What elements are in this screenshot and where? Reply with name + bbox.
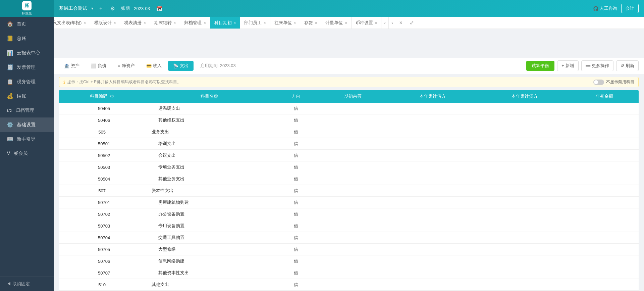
cell-name: 资本性支出 — [145, 185, 273, 197]
add-button[interactable]: + 新增 — [557, 60, 578, 71]
cat-liability[interactable]: ⬜ 负债 — [86, 61, 111, 71]
tab-period-end-close[interactable]: × — [174, 21, 176, 25]
cell-init-balance — [319, 244, 387, 255]
archive-icon: 🗂 — [7, 107, 12, 113]
tab-nav-right[interactable]: › — [389, 17, 396, 29]
col-code: 科目编码 ⚙ — [59, 90, 145, 103]
sidebar-item-archive[interactable]: 🗂 归档管理 — [0, 103, 54, 117]
add-tab-button[interactable]: + — [97, 4, 104, 13]
company-dropdown-icon[interactable]: ▾ — [91, 6, 93, 11]
table-row[interactable]: 50703专用设备购置借 — [59, 220, 639, 232]
calendar-icon[interactable]: 📅 — [154, 4, 165, 13]
sidebar-item-reports[interactable]: 📊 云报表中心 — [0, 46, 54, 60]
sidebar: 🏠 首页 📒 总账 📊 云报表中心 🧾 发票管理 📋 税务管理 💰 结账 🗂 归… — [0, 17, 54, 291]
tab-currency-close[interactable]: × — [375, 21, 377, 25]
settings-icon[interactable]: ⚙ — [108, 4, 117, 13]
tab-currency[interactable]: 币种设置 × — [352, 17, 381, 29]
tab-units[interactable]: 计量单位 × — [321, 17, 351, 29]
table-row[interactable]: 50705大型修缮借 — [59, 244, 639, 255]
balance-button[interactable]: 试算平衡 — [526, 61, 554, 71]
table-row[interactable]: 50504其他业务支出借 — [59, 173, 639, 185]
income-icon: 💳 — [146, 63, 152, 68]
cat-asset[interactable]: 🏦 资产 — [59, 61, 85, 71]
cell-name: 信息网络购建 — [145, 255, 273, 267]
table-row[interactable]: 50406其他维权支出借 — [59, 114, 639, 126]
cell-init-balance — [319, 267, 387, 279]
tab-template-close[interactable]: × — [114, 21, 116, 25]
period-value: 2023-03 — [134, 6, 150, 11]
tab-template[interactable]: 模版设计 × — [90, 17, 120, 29]
table-row[interactable]: 50706信息网络购建借 — [59, 255, 639, 267]
tab-inventory-close[interactable]: × — [315, 21, 317, 25]
sidebar-collapse[interactable]: ◀ 取消固定 — [0, 277, 54, 291]
sidebar-item-home-label: 首页 — [17, 21, 26, 27]
tab-inventory[interactable]: 存货 × — [300, 17, 321, 29]
sidebar-item-home[interactable]: 🏠 首页 — [0, 17, 54, 31]
table-row[interactable]: 50405运温暖支出借 — [59, 103, 639, 114]
table-row[interactable]: 510其他支出借 — [59, 279, 639, 291]
sidebar-item-settle[interactable]: 💰 结账 — [0, 89, 54, 103]
cell-init-balance — [319, 208, 387, 220]
tab-annual-close[interactable]: × — [84, 21, 86, 25]
sidebar-item-invoice-label: 发票管理 — [17, 64, 36, 70]
table-row[interactable]: 50702办公设备购置借 — [59, 208, 639, 220]
sidebar-item-settings[interactable]: ⚙️ 基础设置 — [0, 117, 54, 132]
settings-nav-icon: ⚙️ — [7, 122, 13, 128]
table-row[interactable]: 50501培训支出借 — [59, 138, 639, 150]
hint-text: 提示：按Ctrl + F键并输入科目编码或者科目名称可以查找科目。 — [67, 79, 181, 85]
cell-ytd-debit — [387, 138, 478, 150]
cell-ytd-debit — [387, 208, 478, 220]
tab-subject-init-close[interactable]: × — [234, 21, 236, 25]
tab-tax-list-label: 税表清册 — [124, 20, 142, 26]
cat-expense[interactable]: 📡 支出 — [168, 61, 194, 71]
more-button[interactable]: ≡≡ 更多操作 — [581, 60, 614, 71]
table-row[interactable]: 50701房屋建筑物购建借 — [59, 197, 639, 208]
tab-inventory-label: 存货 — [304, 20, 313, 26]
tab-period-end[interactable]: 期末结转 × — [150, 17, 180, 29]
tab-contacts[interactable]: 往来单位 × — [270, 17, 300, 29]
cell-name: 运温暖支出 — [145, 103, 273, 114]
col-code-settings-icon[interactable]: ⚙ — [110, 94, 114, 99]
tab-dept-label: 部门员工 — [244, 20, 262, 26]
tab-dept[interactable]: 部门员工 × — [240, 17, 270, 29]
tab-units-close[interactable]: × — [345, 21, 347, 25]
toggle-switch[interactable] — [593, 80, 604, 85]
refresh-label: ↺ 刷新 — [621, 63, 634, 69]
account-button[interactable]: 会计 — [621, 4, 639, 13]
sidebar-item-tax[interactable]: 📋 税务管理 — [0, 75, 54, 89]
tab-tax-list[interactable]: 税表清册 × — [120, 17, 150, 29]
table-row[interactable]: 50502会议支出借 — [59, 150, 639, 161]
tab-expand[interactable]: ⤢ — [406, 17, 417, 29]
ledger-icon: 📒 — [7, 35, 13, 42]
header-center: 基层工会测试 ▾ + ⚙ 账期 2023-03 📅 — [54, 4, 593, 13]
cell-dir: 借 — [274, 244, 319, 255]
cell-code: 50704 — [59, 232, 145, 244]
table-row[interactable]: 50704交通工具购置借 — [59, 232, 639, 244]
sidebar-item-invoice[interactable]: 🧾 发票管理 — [0, 60, 54, 75]
table-row[interactable]: 50707其他资本性支出借 — [59, 267, 639, 279]
col-start-balance: 年初余额 — [570, 90, 639, 103]
table-row[interactable]: 507资本性支出借 — [59, 185, 639, 197]
cell-ytd-credit — [479, 279, 570, 291]
cat-income[interactable]: 💳 收入 — [141, 61, 167, 71]
table-row[interactable]: 50503专项业务支出借 — [59, 161, 639, 173]
table-row[interactable]: 505业务支出借 — [59, 126, 639, 138]
service-button[interactable]: 🎧 人工咨询 — [593, 5, 617, 11]
refresh-button[interactable]: ↺ 刷新 — [616, 60, 639, 71]
tab-archive-close[interactable]: × — [204, 21, 206, 25]
tab-contacts-close[interactable]: × — [294, 21, 296, 25]
tab-subject-init[interactable]: 科目期初 × — [210, 17, 240, 29]
tab-nav-left[interactable]: ‹ — [381, 17, 389, 29]
sidebar-item-member-label: 畅会员 — [14, 150, 28, 156]
sidebar-item-member[interactable]: V 畅会员 — [0, 146, 54, 160]
sidebar-item-guide[interactable]: 📖 新手引导 — [0, 132, 54, 146]
cat-expense-label: 支出 — [180, 63, 189, 69]
col-dir: 方向 — [274, 90, 319, 103]
cat-liability-label: 负债 — [98, 63, 106, 69]
tab-dept-close[interactable]: × — [264, 21, 266, 25]
tab-archive[interactable]: 归档管理 × — [180, 17, 210, 29]
cat-equity[interactable]: ≡ 净资产 — [113, 61, 140, 71]
tab-close-all[interactable]: × — [396, 17, 406, 29]
tab-tax-list-close[interactable]: × — [144, 21, 146, 25]
sidebar-item-ledger[interactable]: 📒 总账 — [0, 31, 54, 46]
